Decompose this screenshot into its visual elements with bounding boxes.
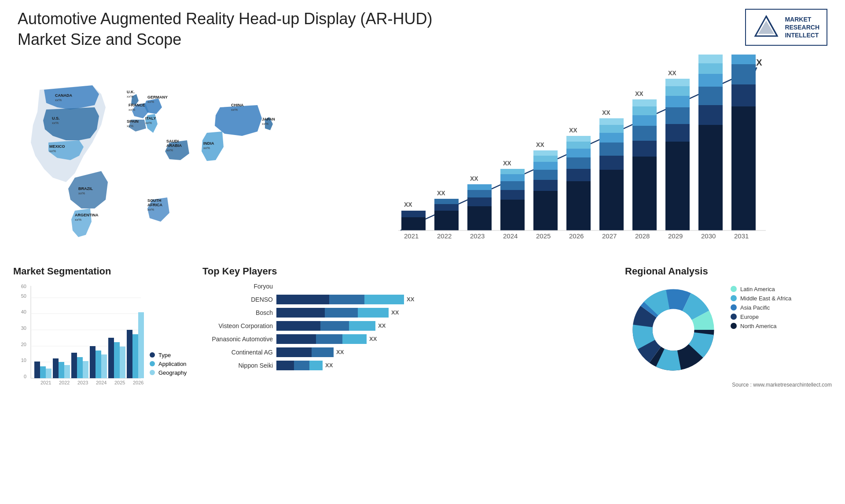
argentina-label: ARGENTINA bbox=[75, 213, 99, 217]
player-row-visteon: Visteon Corporation XX bbox=[202, 321, 612, 331]
geography-dot bbox=[150, 370, 155, 375]
player-bar-wrap: XX bbox=[276, 361, 333, 370]
svg-rect-55 bbox=[599, 170, 624, 230]
svg-rect-77 bbox=[698, 105, 723, 125]
svg-text:xx%: xx% bbox=[166, 148, 173, 152]
svg-rect-27 bbox=[434, 204, 459, 211]
svg-rect-32 bbox=[467, 190, 492, 197]
svg-rect-119 bbox=[64, 365, 70, 378]
svg-rect-114 bbox=[40, 366, 46, 378]
segmentation-title: Market Segmentation bbox=[13, 266, 189, 277]
svg-rect-63 bbox=[632, 141, 657, 157]
svg-text:XX: XX bbox=[536, 141, 544, 148]
regional-section: Regional Analysis Latin America bbox=[625, 266, 836, 396]
player-xx: XX bbox=[407, 296, 414, 303]
svg-rect-72 bbox=[665, 96, 690, 107]
player-xx: XX bbox=[378, 322, 386, 329]
segmentation-legend: Type Application Geography bbox=[150, 352, 187, 378]
north-america-dot bbox=[731, 323, 737, 329]
saudi-label: SAUDI bbox=[166, 139, 179, 143]
segmentation-chart: 0 10 20 30 40 50 60 2021 bbox=[13, 281, 145, 396]
logo: MARKETRESEARCHINTELLECT bbox=[745, 9, 827, 46]
svg-text:2024: 2024 bbox=[503, 232, 518, 240]
svg-text:2023: 2023 bbox=[470, 232, 485, 240]
svg-text:2027: 2027 bbox=[602, 232, 617, 240]
svg-rect-117 bbox=[53, 358, 59, 378]
player-bar-wrap: XX bbox=[276, 347, 344, 357]
title-line2: Market Size and Scope bbox=[18, 30, 181, 48]
player-name: Nippon Seiki bbox=[202, 362, 273, 369]
svg-text:XX: XX bbox=[569, 127, 577, 134]
latin-america-label: Latin America bbox=[740, 286, 775, 292]
europe-label: Europe bbox=[740, 314, 759, 320]
svg-rect-28 bbox=[434, 199, 459, 204]
regional-title: Regional Analysis bbox=[625, 266, 836, 277]
application-label: Application bbox=[158, 361, 187, 367]
svg-text:2023: 2023 bbox=[77, 380, 88, 385]
china-label: CHINA bbox=[231, 103, 244, 107]
source-line: Source : www.marketresearchintellect.com bbox=[625, 382, 836, 388]
world-map: CANADA xx% U.S. xx% MEXICO xx% BRAZIL xx… bbox=[13, 55, 304, 261]
svg-rect-58 bbox=[599, 133, 624, 142]
svg-rect-36 bbox=[500, 190, 525, 200]
svg-text:xx%: xx% bbox=[127, 124, 133, 128]
svg-text:xx%: xx% bbox=[75, 218, 81, 222]
svg-rect-76 bbox=[698, 125, 723, 230]
svg-text:xx%: xx% bbox=[49, 149, 56, 153]
svg-rect-46 bbox=[533, 150, 558, 156]
svg-rect-115 bbox=[46, 369, 51, 378]
svg-rect-51 bbox=[566, 149, 591, 157]
player-xx: XX bbox=[325, 362, 333, 369]
europe-dot bbox=[731, 314, 737, 320]
north-america-label: North America bbox=[740, 323, 776, 329]
player-name: Continental AG bbox=[202, 349, 273, 356]
player-bar-wrap: XX bbox=[276, 295, 414, 304]
svg-text:xx%: xx% bbox=[147, 208, 154, 212]
player-name: Visteon Corporation bbox=[202, 322, 273, 329]
svg-rect-135 bbox=[138, 312, 144, 378]
players-title: Top Key Players bbox=[202, 266, 612, 277]
svg-rect-131 bbox=[120, 347, 125, 378]
svg-rect-125 bbox=[90, 346, 96, 378]
title-line1: Automotive Augmented Reality Head-up Dis… bbox=[18, 10, 432, 28]
svg-rect-23 bbox=[401, 217, 426, 230]
donut-chart bbox=[625, 281, 722, 378]
japan-label: JAPAN bbox=[262, 117, 275, 121]
players-list: Foryou DENSO XX Bosch bbox=[202, 281, 612, 370]
svg-text:2021: 2021 bbox=[40, 380, 51, 385]
svg-text:10: 10 bbox=[21, 358, 26, 363]
svg-rect-80 bbox=[698, 63, 723, 74]
svg-text:xx%: xx% bbox=[203, 146, 210, 150]
svg-text:2025: 2025 bbox=[536, 232, 551, 240]
svg-text:xx%: xx% bbox=[262, 122, 268, 126]
type-dot bbox=[150, 352, 155, 358]
player-row-panasonic: Panasonic Automotive XX bbox=[202, 334, 612, 344]
svg-rect-86 bbox=[731, 55, 756, 64]
player-row-denso: DENSO XX bbox=[202, 295, 612, 304]
logo-icon bbox=[753, 14, 779, 40]
svg-rect-123 bbox=[83, 361, 88, 378]
segmentation-section: Market Segmentation 0 10 20 30 40 50 60 bbox=[13, 266, 189, 396]
regional-content: Latin America Middle East & Africa Asia … bbox=[625, 281, 836, 378]
page-header: Automotive Augmented Reality Head-up Dis… bbox=[0, 0, 845, 55]
player-name: Bosch bbox=[202, 309, 273, 316]
svg-rect-33 bbox=[467, 184, 492, 190]
svg-rect-74 bbox=[665, 79, 690, 86]
type-label: Type bbox=[158, 352, 171, 358]
player-xx: XX bbox=[336, 349, 344, 355]
svg-rect-129 bbox=[108, 338, 114, 378]
mea-label: Middle East & Africa bbox=[740, 295, 791, 302]
svg-rect-127 bbox=[101, 354, 107, 378]
svg-rect-134 bbox=[132, 334, 138, 378]
logo-text: MARKETRESEARCHINTELLECT bbox=[785, 15, 819, 40]
svg-rect-50 bbox=[566, 157, 591, 169]
svg-text:xx%: xx% bbox=[52, 121, 59, 125]
player-row-bosch: Bosch XX bbox=[202, 308, 612, 318]
svg-text:xx%: xx% bbox=[231, 108, 238, 112]
svg-text:2022: 2022 bbox=[59, 380, 70, 385]
bar-chart-section: XX XX XX XX XX bbox=[312, 55, 832, 261]
canada-label: CANADA bbox=[55, 93, 72, 98]
player-row-nippon: Nippon Seiki XX bbox=[202, 361, 612, 370]
svg-point-142 bbox=[653, 309, 694, 351]
svg-rect-62 bbox=[632, 157, 657, 230]
